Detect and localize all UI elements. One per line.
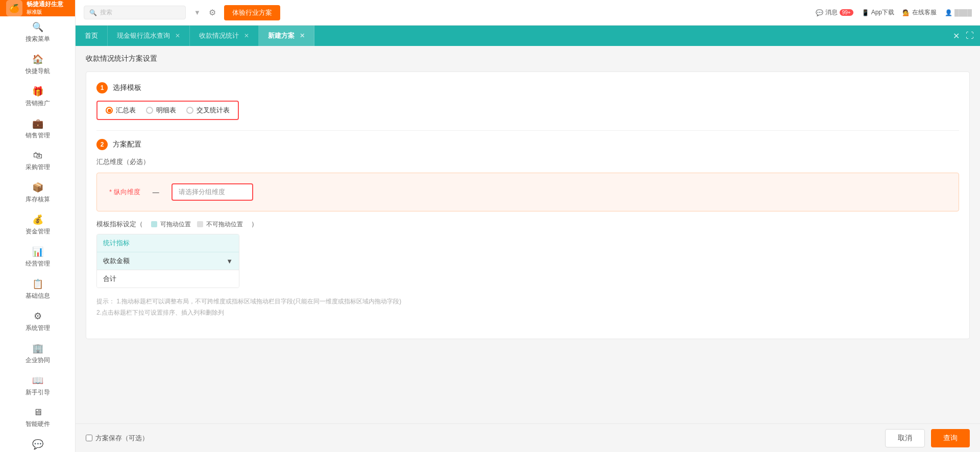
metrics-table: 统计指标 收款金额 ▼ 合计: [96, 234, 239, 288]
tab-collection-stats[interactable]: 收款情况统计 ✕: [190, 26, 259, 46]
topbar-actions: 💬 消息 99+ 📱 App下载 💁 在线客服 👤 ████: [816, 8, 972, 17]
sidebar-logo: 🍊 畅捷通好生意 标准版: [0, 0, 75, 16]
metrics-label: 模板指标设定（: [96, 220, 143, 229]
dimension-row: * 纵向维度 — 请选择分组维度: [109, 183, 946, 201]
tab-bank-flow-close[interactable]: ✕: [175, 32, 180, 39]
tab-bank-flow-label: 现金银行流水查询: [117, 31, 170, 40]
option-summary-label: 汇总表: [116, 106, 136, 115]
plan-config-card: 1 选择模板 汇总表 明细表 交叉统计表: [86, 72, 970, 339]
radio-detail[interactable]: [146, 107, 153, 114]
dropdown-icon[interactable]: ▼: [194, 9, 201, 16]
sidebar-item-enterprise[interactable]: 🏢 企业协同: [0, 338, 75, 370]
tab-collection-stats-close[interactable]: ✕: [244, 32, 249, 39]
option-cross[interactable]: 交叉统计表: [186, 106, 230, 115]
topbar: 🔍 搜索 ▼ ⚙ 体验行业方案 💬 消息 99+ 📱 App下载 💁 在线客服 …: [76, 0, 980, 26]
fixed-dot: [197, 221, 203, 227]
sidebar-label-purchase: 采购管理: [26, 163, 50, 172]
username-label: ████: [954, 9, 972, 16]
tab-new-plan-close[interactable]: ✕: [300, 32, 305, 39]
sidebar-label-inventory: 库存核算: [26, 195, 50, 204]
headset-icon: 💁: [902, 9, 910, 16]
bag-icon: 🛍: [33, 150, 42, 161]
message-badge: 99+: [840, 9, 853, 16]
user-action[interactable]: 👤 ████: [945, 9, 972, 16]
settings-icon[interactable]: ⚙: [209, 8, 216, 17]
draggable-dot: [151, 221, 157, 227]
download-label: App下载: [871, 8, 894, 17]
sidebar-label-marketing: 营销推广: [26, 99, 50, 108]
page-title: 收款情况统计方案设置: [86, 54, 970, 63]
sidebar-label-search: 搜索菜单: [26, 35, 50, 43]
dimension-select[interactable]: 请选择分组维度: [172, 183, 253, 201]
search-icon: 🔍: [32, 21, 43, 33]
metrics-row-label: 收款金额: [103, 256, 130, 266]
option-summary[interactable]: 汇总表: [106, 106, 136, 115]
close-window-icon[interactable]: ✕: [953, 31, 960, 41]
search-icon: 🔍: [89, 9, 97, 16]
tab-bank-flow[interactable]: 现金银行流水查询 ✕: [108, 26, 190, 46]
logo-icon: 🍊: [6, 0, 22, 16]
footer-actions: 取消 查询: [885, 429, 970, 447]
tab-collection-stats-label: 收款情况统计: [199, 31, 239, 40]
sidebar-item-system[interactable]: ⚙ 系统管理: [0, 305, 75, 338]
sidebar-label-quick-nav: 快捷导航: [26, 67, 50, 76]
metrics-row-dropdown-icon[interactable]: ▼: [226, 257, 233, 265]
metrics-legend: 可拖动位置 不可拖动位置: [151, 220, 243, 229]
step2-header: 2 方案配置: [96, 139, 959, 150]
tab-home[interactable]: 首页: [76, 26, 108, 46]
arrow-icon: —: [153, 188, 159, 196]
hint-2: 2.点击标题栏下拉可设置排序、插入列和删除列: [96, 307, 959, 319]
template-options: 汇总表 明细表 交叉统计表: [96, 101, 239, 120]
sidebar-item-guide[interactable]: 📖 新手引导: [0, 370, 75, 402]
logo-badge: 标准版: [27, 9, 63, 16]
sidebar-item-info[interactable]: 📋 基础信息: [0, 273, 75, 305]
expand-icon[interactable]: ⛶: [966, 31, 974, 40]
industry-btn[interactable]: 体验行业方案: [224, 5, 280, 20]
sidebar-item-finance[interactable]: 💰 资金管理: [0, 209, 75, 241]
sidebar-item-marketing[interactable]: 🎁 营销推广: [0, 81, 75, 113]
gift-icon: 🎁: [32, 86, 43, 97]
wechat-icon: 💬: [32, 439, 43, 450]
option-detail[interactable]: 明细表: [146, 106, 176, 115]
sidebar-item-quick-nav[interactable]: 🏠 快捷导航: [0, 49, 75, 81]
service-action[interactable]: 💁 在线客服: [902, 8, 937, 17]
hint-1: 提示： 1.拖动标题栏可以调整布局，不可跨维度或指标区域拖动栏目字段(只能在同一…: [96, 296, 959, 307]
sidebar-label-guide: 新手引导: [26, 388, 50, 397]
radio-cross[interactable]: [186, 107, 193, 114]
metrics-table-row: 收款金额 ▼: [97, 252, 239, 270]
message-action[interactable]: 💬 消息 99+: [816, 8, 853, 17]
search-box[interactable]: 🔍 搜索: [84, 6, 186, 19]
sidebar-label-sales: 销售管理: [26, 131, 50, 140]
money-icon: 💰: [32, 214, 43, 225]
sidebar-item-search[interactable]: 🔍 搜索菜单: [0, 16, 75, 49]
sidebar-label-smart: 智能硬件: [26, 420, 50, 429]
box-icon: 📦: [32, 182, 43, 193]
step1-header: 1 选择模板: [96, 82, 959, 93]
sidebar-label-info: 基础信息: [26, 292, 50, 300]
vertical-dimension-label: * 纵向维度: [109, 187, 140, 197]
sidebar-item-wechat[interactable]: 💬 企业微信: [0, 434, 75, 452]
tabbar-right: ✕ ⛶: [947, 26, 980, 46]
step1-section: 1 选择模板 汇总表 明细表 交叉统计表: [96, 82, 959, 120]
save-checkbox-label[interactable]: 方案保存（可选）: [86, 434, 149, 443]
cancel-button[interactable]: 取消: [885, 429, 925, 447]
sidebar-item-smart[interactable]: 🖥 智能硬件: [0, 402, 75, 434]
monitor-icon: 🖥: [33, 407, 42, 418]
radio-summary[interactable]: [106, 107, 113, 114]
option-cross-label: 交叉统计表: [197, 106, 230, 115]
save-checkbox[interactable]: [86, 435, 92, 441]
query-button[interactable]: 查询: [931, 429, 970, 447]
option-detail-label: 明细表: [156, 106, 176, 115]
briefcase-icon: 💼: [32, 118, 43, 129]
footer: 方案保存（可选） 取消 查询: [76, 423, 980, 452]
phone-icon: 📱: [862, 9, 869, 16]
service-label: 在线客服: [912, 8, 937, 17]
sidebar-item-operation[interactable]: 📊 经营管理: [0, 241, 75, 273]
sidebar-item-sales[interactable]: 💼 销售管理: [0, 113, 75, 145]
user-icon: 👤: [945, 9, 952, 16]
tab-new-plan[interactable]: 新建方案 ✕: [259, 26, 314, 46]
metrics-close-paren: ）: [251, 220, 258, 229]
sidebar-item-inventory[interactable]: 📦 库存核算: [0, 177, 75, 209]
download-action[interactable]: 📱 App下载: [862, 8, 894, 17]
sidebar-item-purchase[interactable]: 🛍 采购管理: [0, 145, 75, 177]
